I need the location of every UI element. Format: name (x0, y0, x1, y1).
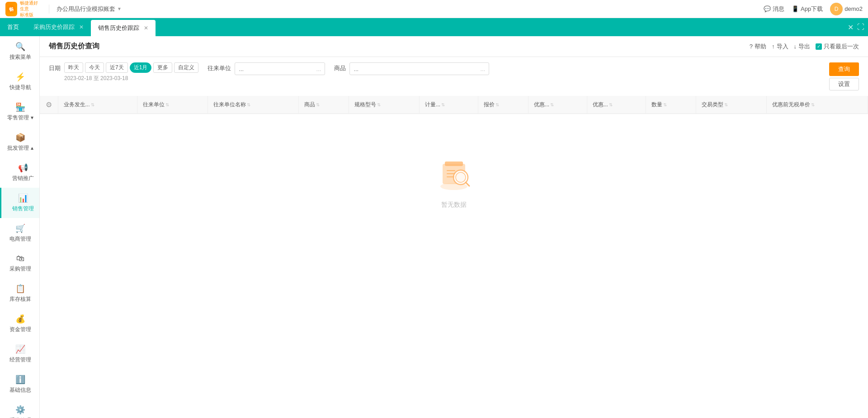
sort-partner-code-icon[interactable]: ⇅ (165, 102, 169, 107)
date-btn-last1m[interactable]: 近1月 (130, 62, 152, 73)
sidebar-item-system[interactable]: ⚙️ 系统管理 (0, 399, 39, 418)
date-label: 日期 (49, 62, 61, 72)
avatar: D (830, 3, 843, 15)
sort-spec-icon[interactable]: ⇅ (377, 102, 381, 107)
sort-quote-icon[interactable]: ⇅ (495, 102, 499, 107)
user-menu[interactable]: D demo2 (830, 3, 863, 15)
sort-trade-type-icon[interactable]: ⇅ (724, 102, 728, 107)
sidebar-item-wholesale[interactable]: 📦 批发管理 ▴ (0, 127, 39, 157)
sidebar-item-retail[interactable]: 🏪 零售管理 ▾ (0, 97, 39, 127)
logo-icon: 畅 (5, 2, 17, 16)
tab-home[interactable]: 首页 (0, 18, 26, 36)
top-bar: 畅 畅捷通好生意 标准版 办公用品行业模拟账套 ▼ 💬 消息 📱 App下载 D… (0, 0, 868, 18)
svg-point-8 (456, 172, 466, 182)
sidebar-item-retail-label: 零售管理 ▾ (7, 114, 33, 122)
product-label: 商品 (334, 62, 346, 72)
sort-no-tax-price-icon[interactable]: ⇅ (811, 102, 815, 107)
sidebar-item-purchase[interactable]: 🛍 采购管理 (0, 248, 39, 278)
table-header-row: ⚙ 业务发生...⇅ 往来单位⇅ 往来单位名称⇅ 商品⇅ (40, 96, 868, 114)
main-layout: 🔍 搜索菜单 ⚡ 快捷导航 🏪 零售管理 ▾ 📦 批发管理 ▴ 📢 营销推广 📊… (0, 36, 868, 418)
maximize-button[interactable]: ⛶ (857, 23, 864, 31)
only-last-checkbox-label[interactable]: ✓ 只看最后一次 (816, 43, 859, 51)
app-download-button[interactable]: 📱 App下载 (792, 5, 823, 13)
partner-label: 往来单位 (208, 62, 231, 72)
top-bar-left: 畅 畅捷通好生意 标准版 办公用品行业模拟账套 ▼ (5, 0, 122, 18)
partner-input[interactable] (239, 66, 316, 72)
table-header: ⚙ 业务发生...⇅ 往来单位⇅ 往来单位名称⇅ 商品⇅ (40, 96, 868, 114)
sidebar-item-finance[interactable]: 💰 资金管理 (0, 309, 39, 339)
retail-icon: 🏪 (15, 102, 25, 112)
empty-state: 暂无数据 (40, 114, 868, 245)
page-actions: ? 帮助 ↑ 导入 ↓ 导出 ✓ 只看最后一次 (750, 43, 859, 51)
query-actions: 查询 设置 (829, 62, 859, 90)
product-input[interactable] (354, 66, 480, 72)
sort-discount1-icon[interactable]: ⇅ (550, 102, 554, 107)
message-icon: 💬 (764, 5, 771, 12)
download-icon: 📱 (792, 5, 799, 12)
date-btn-more[interactable]: 更多 (153, 62, 172, 73)
col-gear: ⚙ (40, 96, 58, 114)
top-bar-right: 💬 消息 📱 App下载 D demo2 (764, 3, 863, 15)
tab-sales-history-close[interactable]: ✕ (144, 25, 148, 31)
partner-input-dots[interactable]: ... (316, 66, 321, 72)
sidebar-item-inventory-label: 库存核算 (9, 295, 31, 303)
username: demo2 (844, 5, 863, 12)
sort-discount2-icon[interactable]: ⇅ (609, 102, 613, 107)
logo-text: 畅捷通好生意 标准版 (20, 0, 42, 18)
settings-button[interactable]: 设置 (829, 78, 859, 90)
basic-info-icon: ℹ️ (15, 375, 25, 385)
sidebar-item-purchase-label: 采购管理 (9, 265, 31, 273)
query-button[interactable]: 查询 (829, 62, 859, 76)
date-buttons: 昨天 今天 近7天 近1月 更多 自定义 (64, 62, 198, 73)
date-btn-last7[interactable]: 近7天 (106, 62, 128, 73)
product-filter-group: 商品 ... (334, 62, 489, 75)
tab-purchase-history[interactable]: 采购历史价跟踪 ✕ (26, 18, 91, 36)
col-spec: 规格型号⇅ (349, 96, 420, 114)
date-filter-group: 日期 昨天 今天 近7天 近1月 更多 自定义 2023-02-18 至 202… (49, 62, 198, 82)
system-icon: ⚙️ (15, 405, 25, 415)
sidebar-item-inventory[interactable]: 📋 库存核算 (0, 278, 39, 309)
tab-home-label: 首页 (7, 23, 19, 31)
tab-bar-actions: ✕ ⛶ (848, 23, 868, 32)
tab-purchase-history-close[interactable]: ✕ (79, 24, 84, 30)
sidebar-item-sales-mgmt[interactable]: 📊 销售管理 (0, 188, 39, 218)
tab-sales-history[interactable]: 销售历史价跟踪 ✕ (91, 20, 156, 36)
sidebar-item-search[interactable]: 🔍 搜索菜单 (0, 36, 39, 66)
sidebar: 🔍 搜索菜单 ⚡ 快捷导航 🏪 零售管理 ▾ 📦 批发管理 ▴ 📢 营销推广 📊… (0, 36, 40, 418)
date-btn-custom[interactable]: 自定义 (174, 62, 198, 73)
message-button[interactable]: 💬 消息 (764, 5, 784, 13)
data-table: ⚙ 业务发生...⇅ 往来单位⇅ 往来单位名称⇅ 商品⇅ (40, 96, 868, 114)
product-input-dots[interactable]: ... (480, 66, 485, 72)
sort-product-icon[interactable]: ⇅ (316, 102, 320, 107)
sidebar-item-marketing[interactable]: 📢 营销推广 (0, 157, 39, 188)
sidebar-item-shortcut-label: 快捷导航 (9, 84, 31, 91)
logo-area: 畅 畅捷通好生意 标准版 (5, 0, 42, 18)
sidebar-item-ecommerce[interactable]: 🛒 电商管理 (0, 218, 39, 248)
shortcut-icon: ⚡ (15, 72, 25, 82)
empty-text: 暂无数据 (441, 201, 467, 209)
sort-unit-icon[interactable]: ⇅ (441, 102, 445, 107)
sort-qty-icon[interactable]: ⇅ (663, 102, 667, 107)
sidebar-item-operations-label: 经营管理 (9, 356, 31, 364)
sort-partner-name-icon[interactable]: ⇅ (247, 102, 250, 107)
sidebar-item-basic-info[interactable]: ℹ️ 基础信息 (0, 369, 39, 399)
gear-icon[interactable]: ⚙ (46, 101, 52, 109)
svg-text:畅: 畅 (9, 7, 14, 12)
col-product: 商品⇅ (299, 96, 349, 114)
close-all-tabs-button[interactable]: ✕ (848, 23, 854, 32)
date-btn-today[interactable]: 今天 (85, 62, 104, 73)
sidebar-item-shortcut[interactable]: ⚡ 快捷导航 (0, 66, 39, 97)
sidebar-item-operations[interactable]: 📈 经营管理 (0, 339, 39, 369)
only-last-checkbox[interactable]: ✓ (816, 43, 822, 50)
import-button[interactable]: ↑ 导入 (772, 43, 788, 51)
inventory-icon: 📋 (15, 284, 25, 294)
help-button[interactable]: ? 帮助 (750, 43, 766, 51)
content-area: 销售历史价查询 ? 帮助 ↑ 导入 ↓ 导出 ✓ (40, 36, 868, 418)
page-title: 销售历史价查询 (49, 42, 99, 51)
export-button[interactable]: ↓ 导出 (794, 43, 811, 51)
sort-biz-date-icon[interactable]: ⇅ (91, 102, 94, 107)
app-selector[interactable]: 办公用品行业模拟账套 ▼ (57, 5, 122, 13)
product-input-wrapper: ... (349, 62, 489, 75)
date-btn-yesterday[interactable]: 昨天 (64, 62, 83, 73)
col-discount1: 优惠...⇅ (528, 96, 587, 114)
